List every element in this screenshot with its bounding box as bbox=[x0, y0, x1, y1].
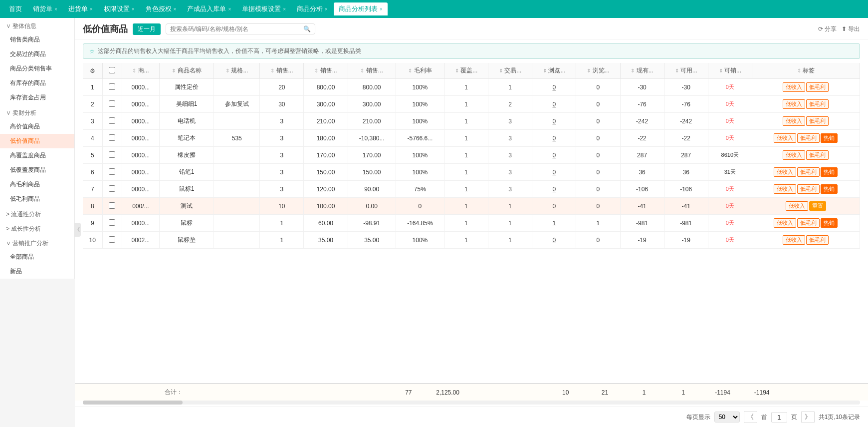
cell-browse2: 0 bbox=[576, 147, 620, 164]
page-number-input[interactable] bbox=[771, 412, 787, 423]
col-header-trade[interactable]: ⇕ 交易... bbox=[488, 63, 532, 79]
cell-browse1[interactable]: 0 bbox=[532, 198, 576, 215]
row-checkbox[interactable] bbox=[109, 117, 115, 124]
col-header-browse2[interactable]: ⇕ 浏览... bbox=[576, 63, 620, 79]
select-all-checkbox[interactable] bbox=[109, 67, 115, 73]
nav-item-进货单[interactable]: 进货单 × bbox=[63, 2, 98, 15]
cell-checkbox[interactable] bbox=[102, 79, 122, 96]
cell-code: 0000... bbox=[122, 215, 159, 232]
close-icon[interactable]: × bbox=[228, 6, 231, 12]
sidebar-item-低覆盖度商品[interactable]: 低覆盖度商品 bbox=[0, 163, 74, 177]
nav-item-权限设置[interactable]: 权限设置 × bbox=[99, 2, 140, 15]
col-header-settings[interactable]: ⚙ bbox=[83, 63, 102, 79]
sidebar-item-有库存的商品[interactable]: 有库存的商品 bbox=[0, 76, 74, 90]
col-header-tags[interactable]: ⇕ 标签 bbox=[752, 63, 860, 79]
col-header-usable[interactable]: ⇕ 可用... bbox=[664, 63, 708, 79]
nav-item-产成品入库单[interactable]: 产成品入库单 × bbox=[182, 2, 236, 15]
cell-browse1[interactable]: 0 bbox=[532, 113, 576, 130]
close-icon[interactable]: × bbox=[380, 6, 383, 12]
cell-browse1[interactable]: 0 bbox=[532, 96, 576, 113]
nav-item-首页[interactable]: 首页 bbox=[4, 2, 27, 15]
row-checkbox[interactable] bbox=[109, 83, 115, 90]
sidebar-item-全部商品[interactable]: 全部商品 bbox=[0, 250, 74, 264]
col-header-browse1[interactable]: ⇕ 浏览... bbox=[532, 63, 576, 79]
col-header-current[interactable]: ⇕ 现有... bbox=[620, 63, 664, 79]
sidebar-item-低价值商品[interactable]: 低价值商品 bbox=[0, 134, 74, 148]
sidebar-item-商品分类销售率[interactable]: 商品分类销售率 bbox=[0, 61, 74, 76]
cell-checkbox[interactable] bbox=[102, 130, 122, 147]
cell-checkbox[interactable] bbox=[102, 96, 122, 113]
col-header-qty[interactable]: ⇕ 销售... bbox=[260, 63, 304, 79]
sidebar-item-销售类商品[interactable]: 销售类商品 bbox=[0, 32, 74, 47]
close-icon[interactable]: × bbox=[174, 6, 177, 12]
col-header-name[interactable]: ⇕ 商品名称 bbox=[159, 63, 214, 79]
cell-checkbox[interactable] bbox=[102, 164, 122, 181]
close-icon[interactable]: × bbox=[90, 6, 93, 12]
cell-checkbox[interactable] bbox=[102, 147, 122, 164]
cell-browse1[interactable]: 0 bbox=[532, 232, 576, 249]
row-checkbox[interactable] bbox=[109, 185, 115, 192]
cell-browse1[interactable]: 0 bbox=[532, 130, 576, 147]
cell-browse1[interactable]: 0 bbox=[532, 181, 576, 198]
cell-checkbox[interactable] bbox=[102, 232, 122, 249]
cell-browse1[interactable]: 1 bbox=[532, 215, 576, 232]
row-checkbox[interactable] bbox=[109, 134, 115, 141]
close-icon[interactable]: × bbox=[54, 6, 57, 12]
sidebar-item-高价值商品[interactable]: 高价值商品 bbox=[0, 119, 74, 134]
cell-checkbox[interactable] bbox=[102, 113, 122, 130]
col-header-profit_rate[interactable]: ⇕ 毛利率 bbox=[396, 63, 444, 79]
first-page-button[interactable]: 《 bbox=[744, 411, 757, 423]
close-icon[interactable]: × bbox=[325, 6, 328, 12]
sidebar-group-∨ 卖财分析[interactable]: ∨ 卖财分析 bbox=[0, 105, 74, 119]
close-icon[interactable]: × bbox=[283, 6, 286, 12]
scrollbar-thumb[interactable] bbox=[83, 401, 183, 405]
sidebar-collapse-button[interactable]: 《 bbox=[74, 223, 81, 237]
sidebar-item-高覆盖度商品[interactable]: 高覆盖度商品 bbox=[0, 148, 74, 163]
per-page-select[interactable]: 50 100 bbox=[714, 412, 740, 423]
row-checkbox[interactable] bbox=[109, 202, 115, 209]
sidebar-group-∨ 整体信息[interactable]: ∨ 整体信息 bbox=[0, 18, 74, 32]
cell-browse1[interactable]: 0 bbox=[532, 164, 576, 181]
nav-item-单据模板设置[interactable]: 单据模板设置 × bbox=[237, 2, 291, 15]
cell-checkbox[interactable] bbox=[102, 215, 122, 232]
cell-current: 287 bbox=[620, 147, 664, 164]
sidebar-group-∨ 营销推广分析[interactable]: ∨ 营销推广分析 bbox=[0, 235, 74, 250]
cell-checkbox[interactable] bbox=[102, 181, 122, 198]
col-header-coverage[interactable]: ⇕ 覆盖... bbox=[444, 63, 488, 79]
row-checkbox[interactable] bbox=[109, 219, 115, 226]
row-checkbox[interactable] bbox=[109, 168, 115, 175]
nav-item-商品分析列表[interactable]: 商品分析列表 × bbox=[334, 2, 388, 15]
row-checkbox[interactable] bbox=[109, 151, 115, 158]
search-input[interactable] bbox=[170, 25, 303, 32]
cell-coverage: 1 bbox=[444, 215, 488, 232]
nav-item-角色授权[interactable]: 角色授权 × bbox=[141, 2, 182, 15]
sidebar-item-新品[interactable]: 新品 bbox=[0, 264, 74, 279]
cell-checkbox[interactable] bbox=[102, 198, 122, 215]
last-page-button[interactable]: 》 bbox=[801, 411, 815, 423]
nav-item-商品分析[interactable]: 商品分析 × bbox=[292, 2, 333, 15]
export-button[interactable]: ⬆ 导出 bbox=[842, 25, 860, 33]
sidebar-item-高毛利商品[interactable]: 高毛利商品 bbox=[0, 177, 74, 192]
col-header-sales1[interactable]: ⇕ 销售... bbox=[304, 63, 348, 79]
header-actions: ⟳ 分享 ⬆ 导出 bbox=[818, 25, 860, 33]
sidebar-group-> 成长性分析[interactable]: > 成长性分析 bbox=[0, 221, 74, 235]
sidebar-group-> 流通性分析[interactable]: > 流通性分析 bbox=[0, 206, 74, 221]
col-header-saleable[interactable]: ⇕ 可销... bbox=[708, 63, 752, 79]
sidebar-item-库存资金占用[interactable]: 库存资金占用 bbox=[0, 90, 74, 105]
cell-browse1[interactable]: 0 bbox=[532, 79, 576, 96]
cell-browse1[interactable]: 0 bbox=[532, 147, 576, 164]
time-filter-button[interactable]: 近一月 bbox=[133, 23, 161, 35]
sidebar-item-低毛利商品[interactable]: 低毛利商品 bbox=[0, 192, 74, 206]
row-checkbox[interactable] bbox=[109, 236, 115, 243]
sidebar-item-交易过的商品[interactable]: 交易过的商品 bbox=[0, 47, 74, 61]
col-header-checkbox[interactable] bbox=[102, 63, 122, 79]
nav-item-销货单[interactable]: 销货单 × bbox=[28, 2, 62, 15]
col-header-sales2[interactable]: ⇕ 销售... bbox=[348, 63, 396, 79]
col-header-spec[interactable]: ⇕ 规格... bbox=[214, 63, 260, 79]
horizontal-scrollbar[interactable] bbox=[83, 401, 860, 405]
share-button[interactable]: ⟳ 分享 bbox=[818, 25, 837, 33]
close-icon[interactable]: × bbox=[132, 6, 135, 12]
col-header-code[interactable]: ⇕ 商... bbox=[122, 63, 159, 79]
search-icon[interactable]: 🔍 bbox=[303, 25, 311, 32]
row-checkbox[interactable] bbox=[109, 100, 115, 107]
